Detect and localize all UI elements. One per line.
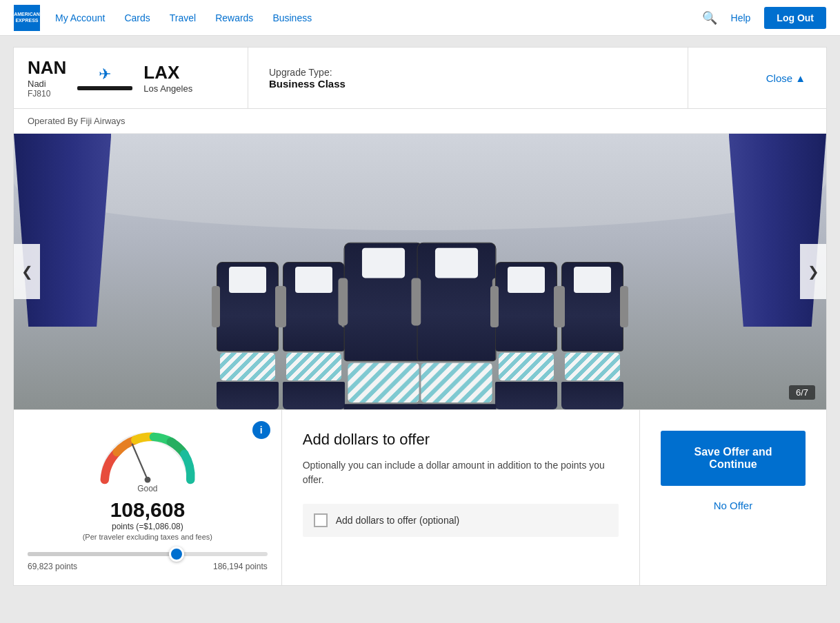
image-carousel: ❮ ❯ 6/7: [14, 134, 826, 409]
seat-3: [344, 243, 423, 409]
seat-bottom-5: [495, 382, 557, 409]
nav-my-account[interactable]: My Account: [55, 12, 105, 23]
nav-travel[interactable]: Travel: [170, 12, 196, 23]
armrest-right-6: [620, 286, 628, 327]
flight-number: FJ810: [28, 89, 66, 99]
origin-code: NAN: [28, 57, 66, 79]
slider-wrap: 69,823 points 186,194 points: [28, 552, 268, 571]
origin-city: Nadi: [28, 79, 66, 89]
dest-code: LAX: [143, 62, 192, 83]
seat-1: [217, 262, 279, 409]
origin-block: NAN Nadi FJ810: [28, 57, 66, 99]
seat-back-6: [561, 262, 623, 351]
gauge-svg: [92, 431, 203, 486]
add-dollars-checkbox-row[interactable]: Add dollars to offer (optional): [303, 504, 619, 537]
seat-back-4: [417, 243, 497, 362]
add-dollars-panel: Add dollars to offer Optionally you can …: [282, 410, 640, 585]
slider-max-label: 186,194 points: [213, 562, 268, 571]
seat-2: [283, 262, 345, 409]
add-dollars-desc: Optionally you can include a dollar amou…: [303, 458, 619, 487]
seat-back-1: [217, 262, 279, 351]
close-chevron-icon: ▲: [795, 72, 806, 84]
armrest-left-6: [557, 286, 565, 327]
plane-icon: ✈: [99, 65, 111, 83]
main-card: NAN Nadi FJ810 ✈ LAX Los Angeles Upgrade…: [13, 47, 827, 586]
cta-panel: Save Offer and Continue No Offer: [640, 410, 826, 585]
armrest-left-2: [278, 286, 286, 327]
carousel-prev-button[interactable]: ❮: [14, 244, 40, 299]
pillow-4: [421, 363, 492, 403]
slider-track: [28, 552, 268, 556]
headrest-3: [362, 248, 405, 278]
close-label: Close: [766, 72, 792, 84]
seat-bottom-1: [217, 382, 279, 409]
add-dollars-checkbox-label: Add dollars to offer (optional): [336, 515, 460, 526]
logout-button[interactable]: Log Out: [764, 7, 826, 29]
dest-block: LAX Los Angeles: [143, 62, 192, 94]
seat-4: [417, 243, 497, 409]
svg-line-0: [132, 445, 148, 480]
search-icon[interactable]: 🔍: [702, 10, 717, 25]
seat-back-5: [495, 262, 557, 351]
pillow-5: [499, 353, 554, 380]
upgrade-section: Upgrade Type: Business Class: [248, 48, 688, 108]
slider-fill: [28, 552, 177, 556]
armrest-left-1: [212, 286, 220, 327]
headrest-1: [229, 267, 266, 293]
flight-arrow: ✈: [77, 65, 132, 90]
save-offer-button[interactable]: Save Offer and Continue: [661, 431, 806, 486]
dest-city: Los Angeles: [143, 83, 192, 94]
seat-6: [561, 262, 623, 409]
pillow-3: [348, 363, 419, 403]
headrest-2: [295, 267, 332, 293]
gauge-panel: i Good: [14, 410, 282, 585]
add-dollars-checkbox[interactable]: [314, 513, 328, 527]
flight-info: NAN Nadi FJ810 ✈ LAX Los Angeles: [14, 48, 248, 108]
seat-bottom-2: [283, 382, 345, 409]
headrest-4: [435, 248, 478, 278]
carousel-counter: 6/7: [789, 385, 815, 400]
headrest-6: [574, 267, 611, 293]
add-dollars-title: Add dollars to offer: [303, 431, 619, 449]
seat-back-2: [283, 262, 345, 351]
carousel-next-button[interactable]: ❯: [800, 244, 826, 299]
nav-right: 🔍 Help Log Out: [702, 7, 826, 29]
nav-business[interactable]: Business: [272, 12, 312, 23]
armrest-left-4: [411, 278, 421, 325]
close-button[interactable]: Close ▲: [766, 72, 806, 84]
cabin-image: [14, 134, 826, 409]
flight-header: NAN Nadi FJ810 ✈ LAX Los Angeles Upgrade…: [14, 48, 826, 109]
seat-5: [495, 262, 557, 409]
no-offer-button[interactable]: No Offer: [714, 500, 752, 511]
nav-links: My Account Cards Travel Rewards Business: [55, 12, 702, 23]
operated-by: Operated By Fiji Airways: [14, 109, 826, 134]
upgrade-label: Upgrade Type:: [269, 67, 346, 78]
bottom-panel: i Good: [14, 409, 826, 585]
flight-bar: [77, 86, 132, 90]
seat-bottom-6: [561, 382, 623, 409]
pillow-6: [565, 353, 620, 380]
nav-cards[interactable]: Cards: [124, 12, 150, 23]
info-icon[interactable]: i: [252, 421, 270, 439]
seats-container: [14, 189, 826, 409]
slider-thumb[interactable]: [169, 547, 184, 562]
seat-bottom-3: [344, 404, 423, 409]
gauge-per-traveler: (Per traveler excluding taxes and fees): [83, 533, 212, 541]
close-section: Close ▲: [688, 48, 826, 108]
slider-labels: 69,823 points 186,194 points: [28, 562, 268, 571]
headrest-5: [508, 267, 545, 293]
main-nav: AMERICANEXPRESS My Account Cards Travel …: [0, 0, 840, 36]
seat-bottom-4: [417, 404, 497, 409]
help-link[interactable]: Help: [731, 12, 751, 23]
amex-logo: AMERICANEXPRESS: [14, 5, 40, 31]
nav-rewards[interactable]: Rewards: [215, 12, 253, 23]
slider-min-label: 69,823 points: [28, 562, 77, 571]
gauge-points-label: points (=$1,086.08): [112, 522, 183, 531]
armrest-left-3: [338, 278, 348, 325]
armrest-left-5: [490, 286, 499, 327]
gauge-wrap: Good: [92, 431, 203, 493]
gauge-good-label: Good: [137, 484, 157, 493]
upgrade-type: Business Class: [269, 78, 346, 90]
pillow-1: [220, 353, 275, 380]
pillow-2: [286, 353, 341, 380]
